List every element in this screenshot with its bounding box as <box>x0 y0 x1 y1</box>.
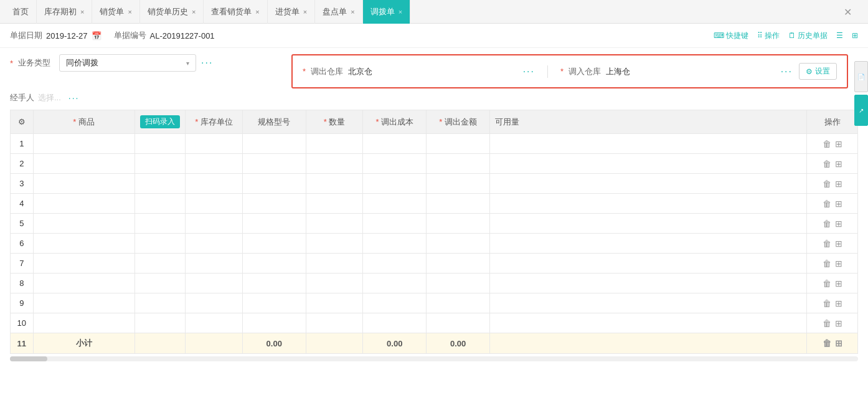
cell-available[interactable] <box>427 194 490 214</box>
delete-icon[interactable]: 🗑 <box>823 219 831 229</box>
tab-home[interactable]: 首页 <box>5 0 37 24</box>
cell-cost[interactable] <box>306 174 363 194</box>
cell-cost[interactable] <box>306 293 363 313</box>
copy-icon[interactable]: ⊞ <box>835 278 842 288</box>
cell-qty[interactable] <box>242 313 306 333</box>
cell-available[interactable] <box>427 254 490 274</box>
cell-unit[interactable] <box>134 214 185 234</box>
business-type-more-button[interactable]: ··· <box>201 57 213 69</box>
cell-unit[interactable] <box>134 154 185 174</box>
cell-unit[interactable] <box>134 313 185 333</box>
cell-cost[interactable] <box>306 214 363 234</box>
copy-icon[interactable]: ⊞ <box>835 219 842 229</box>
cell-product[interactable] <box>33 274 134 293</box>
tab-transfer-close[interactable]: × <box>399 8 402 16</box>
tab-sales-history-close[interactable]: × <box>192 8 196 16</box>
copy-icon[interactable]: ⊞ <box>835 338 842 348</box>
scrollbar-thumb[interactable] <box>10 356 47 361</box>
shortcut-button[interactable]: ⌨ 快捷键 <box>714 31 748 41</box>
cell-spec[interactable] <box>186 254 243 274</box>
cell-product[interactable] <box>33 174 134 194</box>
cell-product[interactable] <box>33 293 134 313</box>
layout-toggle-list[interactable]: ☰ <box>836 31 843 40</box>
delete-icon[interactable]: 🗑 <box>823 239 831 249</box>
cell-available[interactable] <box>427 293 490 313</box>
cell-qty[interactable] <box>242 214 306 234</box>
copy-icon[interactable]: ⊞ <box>835 179 842 189</box>
horizontal-scrollbar[interactable] <box>10 356 858 361</box>
cell-amount[interactable] <box>363 274 427 293</box>
cell-amount[interactable] <box>363 154 427 174</box>
col-settings[interactable]: ⚙ <box>11 110 34 134</box>
copy-icon[interactable]: ⊞ <box>835 298 842 308</box>
cell-available[interactable] <box>427 234 490 254</box>
cell-product[interactable] <box>33 313 134 333</box>
cell-spec[interactable] <box>186 194 243 214</box>
cell-unit[interactable] <box>134 194 185 214</box>
cell-unit[interactable] <box>134 234 185 254</box>
cell-amount[interactable] <box>363 293 427 313</box>
tab-stocktake-close[interactable]: × <box>351 8 354 16</box>
sidebar-export-button[interactable]: ↗ <box>854 95 868 126</box>
copy-icon[interactable]: ⊞ <box>835 199 842 209</box>
copy-icon[interactable]: ⊞ <box>835 318 842 328</box>
cell-available[interactable] <box>427 174 490 194</box>
cell-product[interactable] <box>33 214 134 234</box>
copy-icon[interactable]: ⊞ <box>835 239 842 249</box>
tab-purchase-close[interactable]: × <box>303 8 307 16</box>
calendar-icon[interactable]: 📅 <box>92 31 101 40</box>
out-warehouse-more-button[interactable]: ··· <box>523 66 535 77</box>
operate-button[interactable]: ⠿ 操作 <box>757 31 780 41</box>
cell-cost[interactable] <box>306 134 363 154</box>
in-warehouse-more-button[interactable]: ··· <box>781 66 793 77</box>
cell-qty[interactable] <box>242 174 306 194</box>
delete-icon[interactable]: 🗑 <box>823 298 831 308</box>
cell-cost[interactable] <box>306 194 363 214</box>
cell-cost[interactable] <box>306 274 363 293</box>
history-button[interactable]: 🗒 历史单据 <box>788 31 828 41</box>
copy-icon[interactable]: ⊞ <box>835 139 842 149</box>
tab-purchase[interactable]: 进货单 × <box>268 0 315 24</box>
cell-product[interactable] <box>33 194 134 214</box>
cell-spec[interactable] <box>186 214 243 234</box>
cell-amount[interactable] <box>363 234 427 254</box>
cell-spec[interactable] <box>186 313 243 333</box>
cell-spec[interactable] <box>186 234 243 254</box>
cell-cost[interactable] <box>306 154 363 174</box>
cell-qty[interactable] <box>242 134 306 154</box>
tab-sales-history[interactable]: 销货单历史 × <box>140 0 204 24</box>
delete-icon[interactable]: 🗑 <box>823 338 831 348</box>
delete-icon[interactable]: 🗑 <box>823 318 831 328</box>
copy-icon[interactable]: ⊞ <box>835 159 842 169</box>
tab-view-sales-close[interactable]: × <box>255 8 259 16</box>
tab-sales-order[interactable]: 销货单 × <box>92 0 139 24</box>
cell-amount[interactable] <box>363 174 427 194</box>
cell-unit[interactable] <box>134 274 185 293</box>
delete-icon[interactable]: 🗑 <box>823 278 831 288</box>
cell-amount[interactable] <box>363 254 427 274</box>
tab-view-sales[interactable]: 查看销货单 × <box>204 0 267 24</box>
cell-available[interactable] <box>427 313 490 333</box>
cell-spec[interactable] <box>186 274 243 293</box>
cell-cost[interactable] <box>306 254 363 274</box>
cell-available[interactable] <box>427 154 490 174</box>
cell-amount[interactable] <box>363 214 427 234</box>
cell-available[interactable] <box>427 214 490 234</box>
cell-product[interactable] <box>33 234 134 254</box>
settings-button[interactable]: ⚙ 设置 <box>799 63 837 80</box>
cell-qty[interactable] <box>242 254 306 274</box>
cell-product[interactable] <box>33 254 134 274</box>
cell-unit[interactable] <box>134 293 185 313</box>
tab-stocktake[interactable]: 盘点单 × <box>315 0 362 24</box>
cell-amount[interactable] <box>363 313 427 333</box>
cell-spec[interactable] <box>186 154 243 174</box>
cell-qty[interactable] <box>242 274 306 293</box>
cell-spec[interactable] <box>186 134 243 154</box>
delete-icon[interactable]: 🗑 <box>823 159 831 169</box>
cell-available[interactable] <box>427 274 490 293</box>
person-more-button[interactable]: ··· <box>68 93 80 103</box>
cell-unit[interactable] <box>134 174 185 194</box>
delete-icon[interactable]: 🗑 <box>823 139 831 149</box>
delete-icon[interactable]: 🗑 <box>823 259 831 269</box>
cell-product[interactable] <box>33 134 134 154</box>
